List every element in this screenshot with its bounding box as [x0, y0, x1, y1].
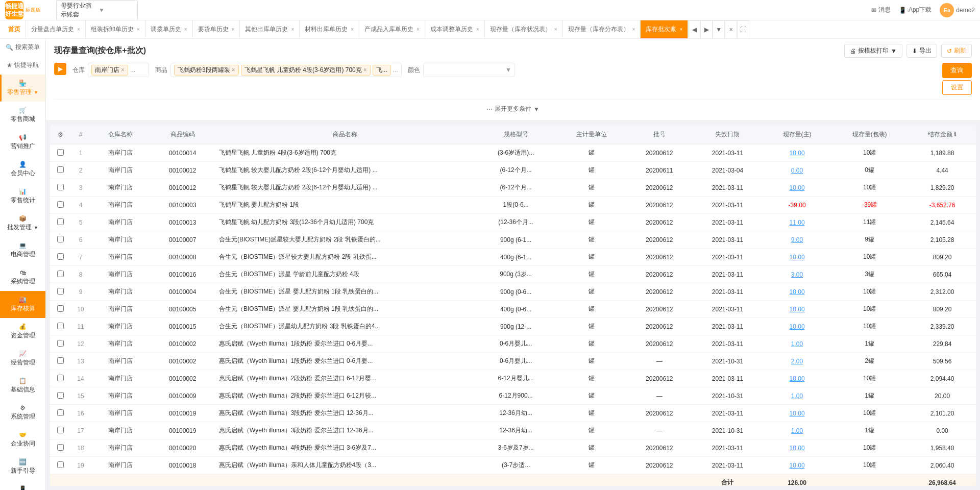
qty-main-value[interactable]: 10.00: [790, 184, 805, 191]
row-checkbox-14[interactable]: [57, 392, 64, 399]
sidebar-item-retail-mall[interactable]: 🛒 零售商城: [0, 102, 45, 129]
tab-split-inventory[interactable]: 分量盘点单历史 ×: [26, 20, 86, 39]
app-download-button[interactable]: 📱 App下载: [899, 6, 932, 14]
qty-main-value[interactable]: 10.00: [790, 288, 805, 296]
qty-main-value[interactable]: 10.00: [790, 410, 805, 417]
sidebar-item-retail-mgmt[interactable]: 🏪 零售管理 ▼: [0, 75, 45, 102]
row-checkbox-9[interactable]: [57, 305, 64, 312]
color-tag-container[interactable]: ▼: [423, 63, 515, 77]
tab-home[interactable]: 首页: [3, 20, 26, 39]
sidebar-item-enterprise-coop[interactable]: 🤝 企业协同: [0, 426, 45, 453]
tab-close-inventory-dist-icon[interactable]: ×: [632, 27, 635, 32]
warehouse-tag-container[interactable]: 南岸门店 × ...: [88, 63, 149, 77]
td-checkbox[interactable]: [50, 405, 70, 422]
qty-main-value[interactable]: 1.00: [791, 427, 803, 434]
td-checkbox[interactable]: [50, 179, 70, 197]
sidebar-quick-nav[interactable]: ★ 快捷导航: [0, 58, 45, 72]
query-button[interactable]: 查询: [942, 63, 972, 78]
sidebar-item-operations-mgmt[interactable]: 📈 经营管理: [0, 345, 45, 372]
sidebar-item-new-guide[interactable]: 🆕 新手引导: [0, 453, 45, 480]
row-checkbox-0[interactable]: [57, 149, 64, 156]
row-checkbox-17[interactable]: [57, 444, 64, 451]
tab-fullscreen-button[interactable]: ⛶: [737, 20, 749, 39]
qty-main-value[interactable]: 10.00: [790, 323, 805, 330]
row-checkbox-2[interactable]: [57, 184, 64, 190]
sidebar-item-retail-stats[interactable]: 📊 零售统计: [0, 183, 45, 210]
warehouse-tag-close-icon[interactable]: ×: [121, 66, 125, 74]
tab-inventory-status[interactable]: 现存量（库存状况表） ×: [485, 20, 563, 39]
tab-close-split-inventory-icon[interactable]: ×: [77, 27, 80, 32]
product-filter-more-icon[interactable]: ...: [393, 66, 398, 74]
user-avatar-button[interactable]: Ea demo2: [940, 3, 975, 17]
filter-expand-button[interactable]: ▶: [54, 63, 66, 75]
row-checkbox-6[interactable]: [57, 253, 64, 260]
td-checkbox[interactable]: [50, 144, 70, 162]
row-checkbox-15[interactable]: [57, 409, 64, 416]
product-tag-1-close-icon[interactable]: ×: [232, 66, 235, 74]
qty-main-value[interactable]: 10.00: [790, 375, 805, 382]
tab-requisition[interactable]: 要货单历史 ×: [193, 20, 240, 39]
tab-expand-button[interactable]: ▼: [713, 20, 725, 39]
row-checkbox-1[interactable]: [57, 166, 64, 173]
td-checkbox[interactable]: [50, 353, 70, 370]
td-checkbox[interactable]: [50, 387, 70, 405]
row-checkbox-5[interactable]: [57, 236, 64, 242]
td-checkbox[interactable]: [50, 197, 70, 214]
tab-batch-account[interactable]: 库存批次账 ×: [641, 20, 688, 39]
tab-close-requisition-icon[interactable]: ×: [232, 27, 235, 32]
row-checkbox-4[interactable]: [57, 218, 64, 225]
td-checkbox[interactable]: [50, 335, 70, 353]
tab-close-all-button[interactable]: ×: [725, 20, 737, 39]
print-button[interactable]: 🖨 按模板打印 ▼: [844, 44, 902, 58]
qty-main-value[interactable]: 10.00: [790, 462, 805, 469]
td-checkbox[interactable]: [50, 439, 70, 457]
qty-main-value[interactable]: 0.00: [791, 167, 803, 174]
sidebar-item-member-center[interactable]: 👤 会员中心: [0, 156, 45, 183]
sidebar-item-inventory-check[interactable]: 🏭 库存核算: [0, 291, 45, 318]
qty-main-value[interactable]: 2.00: [791, 358, 803, 365]
sidebar-search[interactable]: 🔍 搜索菜单: [0, 39, 45, 56]
td-checkbox[interactable]: [50, 422, 70, 439]
row-checkbox-10[interactable]: [57, 323, 64, 329]
tab-material-outbound[interactable]: 材料出库单历史 ×: [300, 20, 359, 39]
qty-main-value[interactable]: 9.00: [791, 236, 803, 243]
tab-close-material-outbound-icon[interactable]: ×: [351, 27, 354, 32]
td-checkbox[interactable]: [50, 249, 70, 266]
qty-main-value[interactable]: 10.00: [790, 254, 805, 261]
tab-combo-disassemble[interactable]: 组装拆卸单历史 ×: [86, 20, 145, 39]
settings-gear-icon[interactable]: ⚙: [58, 131, 63, 138]
row-checkbox-12[interactable]: [57, 357, 64, 364]
sidebar-item-system-mgmt[interactable]: ⚙ 系统管理: [0, 399, 45, 426]
row-checkbox-13[interactable]: [57, 375, 64, 381]
tab-close-batch-account-icon[interactable]: ×: [679, 27, 682, 32]
refresh-button[interactable]: ↺ 刷新: [941, 44, 972, 58]
tab-next-button[interactable]: ▶: [700, 20, 713, 39]
sidebar-item-ecommerce-mgmt[interactable]: 💻 电商管理: [0, 237, 45, 264]
qty-main-value[interactable]: 11.00: [790, 219, 805, 226]
tab-product-inbound[interactable]: 产成品入库单历史 ×: [359, 20, 425, 39]
sidebar-item-batch-mgmt[interactable]: 📦 批发管理 ▼: [0, 210, 45, 237]
expand-more-button[interactable]: ⋯ 展开更多条件 ▼: [482, 103, 544, 115]
tab-inventory-dist[interactable]: 现存量（库存分布表） ×: [563, 20, 641, 39]
product-tag-2-close-icon[interactable]: ×: [363, 66, 367, 74]
tab-close-combo-icon[interactable]: ×: [137, 27, 140, 32]
tab-close-inventory-status-icon[interactable]: ×: [554, 27, 557, 32]
row-checkbox-7[interactable]: [57, 271, 64, 277]
sidebar-item-basic-info[interactable]: 📋 基础信息: [0, 372, 45, 399]
qty-main-value[interactable]: 1.00: [791, 393, 803, 400]
td-checkbox[interactable]: [50, 231, 70, 249]
td-checkbox[interactable]: [50, 301, 70, 318]
row-checkbox-3[interactable]: [57, 201, 64, 208]
tab-close-allocation-icon[interactable]: ×: [184, 27, 187, 32]
tab-other-outbound[interactable]: 其他出库单历史 ×: [240, 20, 300, 39]
tab-prev-button[interactable]: ◀: [688, 20, 700, 39]
row-checkbox-8[interactable]: [57, 288, 64, 295]
td-checkbox[interactable]: [50, 214, 70, 231]
td-checkbox[interactable]: [50, 318, 70, 335]
qty-main-value[interactable]: 3.00: [791, 271, 803, 278]
tab-close-other-outbound-icon[interactable]: ×: [291, 27, 294, 32]
td-checkbox[interactable]: [50, 266, 70, 283]
sidebar-item-app-center[interactable]: 📱 应用中心: [0, 480, 45, 490]
qty-main-value[interactable]: 10.00: [790, 445, 805, 452]
industry-selector[interactable]: 母婴行业演示账套 ▼: [56, 0, 138, 20]
